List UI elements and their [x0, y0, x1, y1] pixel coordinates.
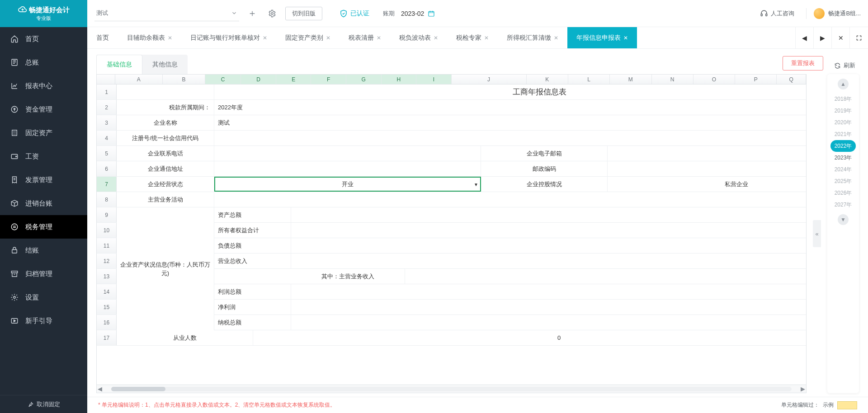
column-header[interactable]: O — [693, 75, 735, 84]
settings-button[interactable] — [265, 7, 279, 20]
row-header[interactable]: 15 — [97, 300, 117, 314]
tab-scroll-right[interactable]: ▶ — [814, 27, 832, 48]
close-icon[interactable]: ✕ — [168, 35, 172, 41]
year-item[interactable]: 2022年 — [830, 140, 856, 152]
year-item[interactable]: 2025年 — [830, 175, 856, 187]
column-header[interactable]: I — [416, 75, 452, 84]
sidebar-item-salary[interactable]: 工资 — [0, 145, 87, 168]
email-value[interactable] — [608, 146, 806, 161]
row-header[interactable]: 16 — [97, 315, 117, 330]
year-item[interactable]: 2020年 — [830, 117, 856, 128]
column-header[interactable]: C — [205, 75, 241, 84]
sidebar-item-inventory[interactable]: 进销台账 — [0, 192, 87, 215]
asset-row-value[interactable] — [291, 253, 806, 268]
column-header[interactable]: A — [115, 75, 163, 84]
close-icon[interactable]: ✕ — [263, 35, 267, 41]
add-button[interactable] — [245, 7, 259, 20]
tab-aux-balance[interactable]: 目辅助余额表✕ — [118, 27, 181, 48]
company-name-value[interactable]: 测试 — [214, 115, 806, 130]
row-header[interactable]: 8 — [97, 192, 117, 207]
tab-tax-checklist[interactable]: 税表清册✕ — [340, 27, 390, 48]
column-header[interactable]: M — [610, 75, 651, 84]
row-header[interactable]: 5 — [97, 146, 117, 161]
year-item[interactable]: 2024年 — [830, 164, 856, 175]
row-header[interactable]: 7 — [97, 177, 117, 192]
horizontal-scrollbar[interactable]: ◀ ▶ — [97, 385, 806, 393]
column-header[interactable]: D — [241, 75, 276, 84]
tab-close-all[interactable]: ✕ — [832, 27, 850, 48]
sidebar-item-ledger[interactable]: 总账 — [0, 51, 87, 74]
row-header[interactable]: 1 — [97, 84, 117, 99]
user-menu[interactable]: 畅捷通B组... — [806, 8, 861, 19]
sidebar-item-guide[interactable]: 新手引导 — [0, 309, 87, 333]
column-header[interactable]: N — [652, 75, 693, 84]
close-icon[interactable]: ✕ — [623, 35, 628, 41]
fullscreen-button[interactable] — [850, 27, 868, 48]
year-item[interactable]: 2026年 — [830, 187, 856, 199]
asset-row-value[interactable] — [291, 238, 806, 253]
row-header[interactable]: 3 — [97, 115, 117, 130]
sidebar-item-archive[interactable]: 归档管理 — [0, 262, 87, 286]
year-item[interactable]: 2019年 — [830, 105, 856, 117]
phone-value[interactable] — [214, 146, 481, 161]
employee-value[interactable]: 0 — [253, 330, 806, 345]
asset-row-value[interactable] — [291, 300, 806, 314]
year-up[interactable]: ▲ — [838, 79, 849, 89]
subtab-other[interactable]: 其他信息 — [142, 55, 188, 74]
tab-asset-category[interactable]: 固定资产类别✕ — [276, 27, 340, 48]
sidebar-item-home[interactable]: 首页 — [0, 27, 87, 51]
close-icon[interactable]: ✕ — [484, 35, 489, 41]
asset-row-value[interactable] — [291, 223, 806, 238]
tab-journal-bank[interactable]: 日记账与银行对账单核对✕ — [181, 27, 276, 48]
year-item[interactable]: 2023年 — [830, 152, 856, 164]
year-item[interactable]: 2021年 — [830, 128, 856, 140]
company-selector[interactable]: 测试 — [94, 6, 239, 21]
row-header[interactable]: 17 — [97, 330, 117, 345]
column-header[interactable]: J — [452, 75, 527, 84]
tab-tax-fluctuation[interactable]: 税负波动表✕ — [390, 27, 447, 48]
holding-value[interactable]: 私营企业 — [608, 177, 806, 192]
reg-code-value[interactable] — [214, 131, 806, 145]
asset-row-value[interactable] — [291, 284, 806, 299]
asset-row-value[interactable] — [291, 315, 806, 330]
close-icon[interactable]: ✕ — [434, 35, 438, 41]
close-icon[interactable]: ✕ — [554, 35, 558, 41]
reset-button[interactable]: 重置报表 — [783, 56, 823, 70]
row-header[interactable]: 4 — [97, 131, 117, 145]
column-header[interactable]: G — [346, 75, 382, 84]
column-header[interactable]: P — [735, 75, 777, 84]
row-header[interactable]: 12 — [97, 253, 117, 268]
support-button[interactable]: 人工咨询 — [760, 9, 794, 18]
asset-row-value[interactable] — [291, 207, 806, 222]
row-header[interactable]: 2 — [97, 100, 117, 115]
collapse-year-panel[interactable]: « — [813, 220, 821, 247]
sidebar-item-close[interactable]: 结账 — [0, 239, 87, 262]
sidebar-item-settings[interactable]: 设置 — [0, 286, 87, 309]
row-header[interactable]: 9 — [97, 207, 117, 222]
subtab-basic[interactable]: 基础信息 — [96, 55, 142, 74]
close-icon[interactable]: ✕ — [377, 35, 381, 41]
sidebar-item-tax[interactable]: 税务管理 — [0, 215, 87, 239]
column-header[interactable]: E — [276, 75, 311, 84]
biz-status-select[interactable]: 开业▼ — [214, 177, 481, 192]
row-header[interactable]: 14 — [97, 284, 117, 299]
sidebar-item-funds[interactable]: 资金管理 — [0, 98, 87, 121]
column-header[interactable]: B — [163, 75, 205, 84]
tab-annual-report[interactable]: 年报信息申报表✕ — [567, 27, 637, 48]
row-header[interactable]: 10 — [97, 223, 117, 238]
pin-toggle[interactable]: 取消固定 — [0, 395, 87, 413]
period-picker[interactable]: 2023-02 — [401, 10, 435, 17]
main-revenue-value[interactable] — [405, 269, 806, 284]
switch-old-button[interactable]: 切到旧版 — [285, 7, 322, 20]
row-header[interactable]: 13 — [97, 269, 117, 284]
tab-scroll-left[interactable]: ◀ — [796, 27, 814, 48]
column-header[interactable]: L — [568, 75, 610, 84]
column-header[interactable]: F — [311, 75, 346, 84]
column-header[interactable]: K — [527, 75, 568, 84]
tab-home[interactable]: 首页 — [87, 27, 118, 48]
refresh-button[interactable]: 刷新 — [834, 61, 855, 70]
period-value[interactable]: 2022年度 — [214, 100, 806, 115]
sidebar-item-invoice[interactable]: 发票管理 — [0, 168, 87, 192]
row-header[interactable]: 11 — [97, 238, 117, 253]
postal-value[interactable] — [608, 161, 806, 176]
